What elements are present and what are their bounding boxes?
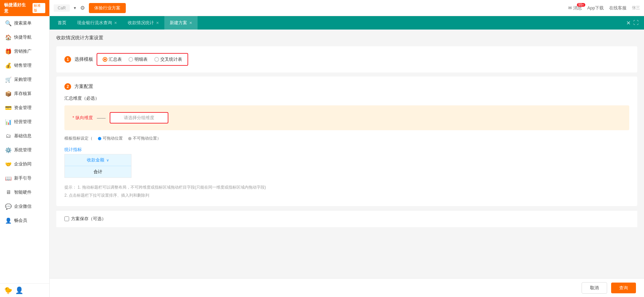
tab-collection-stats[interactable]: 收款情况统计 ✕	[122, 16, 164, 30]
sidebar-item-operation[interactable]: 📊 经营管理	[0, 115, 49, 129]
draggable-dot	[98, 137, 101, 140]
sidebar-item-search-menu[interactable]: 🔍 搜索菜单	[0, 16, 49, 30]
topbar-gear-icon[interactable]: ⚙	[80, 5, 85, 11]
radio-cross[interactable]: 交叉统计表	[154, 56, 182, 62]
message-icon: ✉	[568, 5, 572, 10]
sidebar-item-quick-nav[interactable]: 🏠 快捷导航	[0, 30, 49, 44]
radio-detail-circle	[128, 57, 133, 62]
stat-label: 统计指标	[64, 144, 131, 154]
sidebar-item-sys-manage[interactable]: ⚙️ 系统管理	[0, 143, 49, 157]
content-area: 收款情况统计方案设置 1 选择模板 汇总表 明细表	[50, 30, 644, 278]
industry-btn[interactable]: 体验行业方案	[89, 3, 126, 13]
message-btn[interactable]: ✉ 消息 99+	[568, 5, 582, 11]
sidebar-item-label: 智能硬件	[14, 189, 32, 195]
tab-home-label: 首页	[58, 20, 66, 26]
purchase-icon: 🛒	[5, 77, 11, 83]
app-download-btn[interactable]: App下载	[587, 5, 604, 11]
sidebar-item-sales[interactable]: 💰 销售管理	[0, 58, 49, 72]
radio-cross-label: 交叉统计表	[160, 56, 182, 62]
main-area: CaR ▾ ⚙ 体验行业方案 ✉ 消息 99+ App下载 在线客服 张三 首页…	[50, 0, 644, 297]
sidebar-item-purchase[interactable]: 🛒 采购管理	[0, 72, 49, 87]
sidebar-item-cooperation[interactable]: 🤝 企业协同	[0, 157, 49, 171]
radio-summary-label: 汇总表	[109, 56, 122, 62]
tips-section: 提示： 1. 拖动标题栏可以调整布局，不可跨维度或指标区域拖动栏目字段(只能在同…	[64, 183, 629, 199]
sidebar-item-label: 库存核算	[14, 91, 32, 97]
window-close-icon[interactable]: ✕	[626, 20, 631, 26]
sidebar-item-label: 新手引导	[14, 175, 32, 181]
sidebar-item-corp-wechat[interactable]: 💬 企业微信	[0, 199, 49, 213]
quick-nav-icon: 🏠	[5, 34, 11, 40]
sales-icon: 💰	[5, 62, 11, 68]
radio-summary[interactable]: 汇总表	[103, 56, 122, 62]
tab-cashflow[interactable]: 现金银行流水查询 ✕	[72, 16, 122, 30]
tab-collection-stats-close[interactable]: ✕	[156, 21, 159, 25]
sidebar-item-label: 搜索菜单	[14, 20, 32, 26]
tab-new-plan-close[interactable]: ✕	[189, 21, 192, 25]
metrics-table: 收款金额 ∨ 合计	[64, 154, 131, 178]
inventory-icon: 📦	[5, 91, 11, 97]
metrics-col-header[interactable]: 收款金额 ∨	[65, 154, 131, 166]
logo-text: 畅捷通好生意	[4, 2, 30, 14]
sidebar-item-new-guide[interactable]: 📖 新手引导	[0, 171, 49, 185]
smart-hw-icon: 🖥	[5, 189, 11, 195]
query-button[interactable]: 查询	[611, 283, 636, 293]
save-plan-checkbox-label[interactable]: 方案保存（可选）	[64, 216, 106, 222]
tabbar: 首页 现金银行流水查询 ✕ 收款情况统计 ✕ 新建方案 ✕ ✕ ⛶	[50, 16, 644, 30]
sidebar-item-capital[interactable]: 💳 资金管理	[0, 101, 49, 115]
sidebar-item-smart-hw[interactable]: 🖥 智能硬件	[0, 185, 49, 199]
metrics-stat-col: 统计指标 收款金额 ∨ 合计	[64, 144, 131, 178]
vertical-dimension-row: * 纵向维度 —— 请选择分组维度	[72, 112, 621, 123]
sidebar-item-label: 企业协同	[14, 161, 32, 167]
capital-icon: 💳	[5, 105, 11, 111]
metrics-setting-label: 模板指标设定（	[64, 136, 93, 141]
sidebar-bottom-icon2[interactable]: 👤	[15, 286, 23, 294]
sidebar-item-member[interactable]: 👤 畅会员	[0, 213, 49, 228]
col-dropdown-icon[interactable]: ∨	[106, 158, 109, 162]
tab-new-plan[interactable]: 新建方案 ✕	[164, 16, 198, 30]
dimension-select[interactable]: 请选择分组维度	[110, 112, 168, 123]
metrics-total-row: 合计	[65, 166, 131, 178]
sidebar-item-label: 快捷导航	[14, 34, 32, 40]
page-title: 收款情况统计方案设置	[56, 35, 637, 41]
topbar-right: ✉ 消息 99+ App下载 在线客服 张三	[568, 5, 640, 11]
tab-new-plan-label: 新建方案	[170, 20, 187, 26]
draggable-indicator: 可拖动位置	[98, 136, 123, 141]
tabbar-window-actions: ✕ ⛶	[626, 20, 641, 26]
user-name[interactable]: 张三	[632, 5, 640, 11]
operation-icon: 📊	[5, 119, 11, 125]
action-bar: 取消 查询	[50, 278, 644, 297]
cooperation-icon: 🤝	[5, 161, 11, 167]
metrics-label-row: 模板指标设定（ 可拖动位置 不可拖动位置）	[64, 136, 629, 141]
tab-collection-stats-label: 收款情况统计	[128, 20, 154, 26]
message-count: 99+	[577, 3, 585, 7]
cancel-button[interactable]: 取消	[582, 282, 607, 294]
online-service-btn[interactable]: 在线客服	[609, 5, 627, 11]
sidebar-item-base-info[interactable]: 🗂 基础信息	[0, 129, 49, 143]
tip-2: 2. 点击标题栏下拉可设置排序、插入列和删除列	[64, 191, 629, 199]
tab-home[interactable]: 首页	[52, 16, 72, 30]
sidebar-item-inventory[interactable]: 📦 库存核算	[0, 87, 49, 101]
dimension-area: * 纵向维度 —— 请选择分组维度	[64, 105, 629, 130]
sidebar-item-label: 基础信息	[14, 133, 32, 139]
save-plan-checkbox[interactable]	[64, 216, 69, 221]
base-info-icon: 🗂	[5, 133, 11, 139]
sidebar-item-label: 经营管理	[14, 119, 32, 125]
section1: 1 选择模板 汇总表 明细表 交叉统计表	[56, 46, 637, 72]
corp-wechat-icon: 💬	[5, 203, 11, 209]
tip-1: 提示： 1. 拖动标题栏可以调整布局，不可跨维度或指标区域拖动栏目字段(只能在同…	[64, 183, 629, 191]
vertical-dimension-label: * 纵向维度	[72, 115, 93, 121]
save-plan-label: 方案保存（可选）	[71, 216, 106, 222]
sidebar-item-label: 销售管理	[14, 62, 32, 68]
window-maximize-icon[interactable]: ⛶	[633, 20, 639, 26]
sidebar-item-label: 系统管理	[14, 147, 32, 153]
section2-num: 2	[64, 83, 71, 90]
sidebar: 畅捷通好生意 标准版 🔍 搜索菜单 🏠 快捷导航 🎁 营销推广 💰 销售管理 🛒…	[0, 0, 50, 297]
footer-section: 方案保存（可选）	[56, 210, 637, 227]
sidebar-bottom-icon1[interactable]: 🐤	[4, 286, 12, 294]
tab-cashflow-close[interactable]: ✕	[114, 21, 117, 25]
sidebar-item-marketing[interactable]: 🎁 营销推广	[0, 44, 49, 58]
radio-cross-circle	[154, 57, 159, 62]
radio-detail[interactable]: 明细表	[128, 56, 148, 62]
topbar-dropdown-icon[interactable]: ▾	[74, 5, 76, 10]
sidebar-bottom: 🐤 👤	[0, 283, 49, 297]
